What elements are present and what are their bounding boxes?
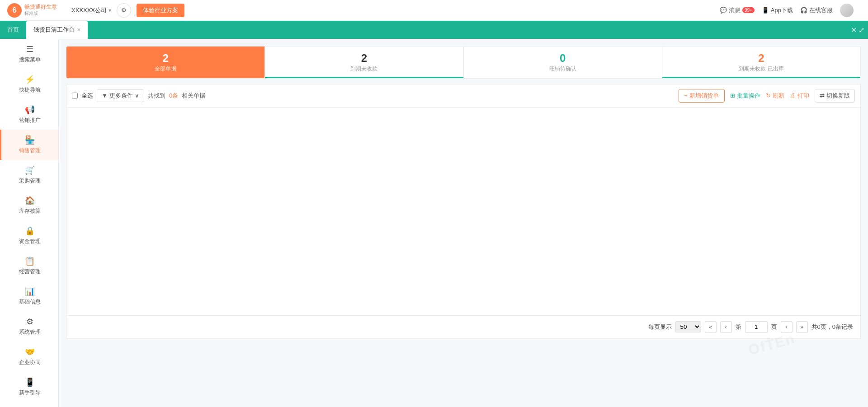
card-count-wangwang: 0 — [473, 52, 653, 65]
sidebar-item-quick-nav[interactable]: ⚡ 快捷导航 — [0, 69, 58, 99]
card-label-all: 全部单据 — [75, 65, 255, 73]
logo-area: 6 畅捷通好生意 标准版 — [7, 3, 66, 18]
per-page-label: 每页显示 — [648, 323, 672, 331]
sidebar-item-operations[interactable]: 📋 经营管理 — [0, 251, 58, 281]
settings-button[interactable]: ⚙ — [117, 3, 131, 18]
sidebar-item-basic-info[interactable]: 📊 基础信息 — [0, 281, 58, 311]
first-page-button[interactable]: « — [705, 321, 717, 333]
gear-icon: ⚙ — [121, 7, 127, 14]
select-all-checkbox[interactable] — [72, 93, 78, 98]
home-tab-label: 首页 — [7, 26, 19, 34]
enterprise-icon: 🤝 — [25, 347, 35, 357]
found-suffix: 相关单据 — [182, 92, 205, 100]
sidebar-item-purchase[interactable]: 🛒 采购管理 — [0, 160, 58, 190]
company-name: XXXXXX公司 — [71, 6, 107, 14]
status-card-overdue-out[interactable]: 2 到期未收款 已出库 — [662, 47, 860, 78]
page-suffix: 页 — [771, 323, 777, 331]
sidebar-item-marketing[interactable]: 📢 营销推广 — [0, 99, 58, 130]
print-button[interactable]: 🖨 打印 — [790, 92, 809, 100]
toolbar-left: 全选 ▼ 更多条件 ∨ 共找到 0条 相关单据 — [72, 89, 675, 102]
sidebar-label-sales: 销售管理 — [19, 147, 41, 154]
filter-label: 更多条件 — [109, 92, 133, 100]
batch-operation-button[interactable]: ⊞ 批量操作 — [730, 92, 760, 100]
sidebar-item-system[interactable]: ⚙ 系统管理 — [0, 311, 58, 342]
logo-text-group: 畅捷通好生意 标准版 — [24, 4, 57, 17]
sidebar-item-finance[interactable]: 🔒 资金管理 — [0, 220, 58, 251]
pagination: 每页显示 50 20 100 « ‹ 第 页 › » 共0页，0条记录 — [66, 315, 860, 338]
sidebar-label-purchase: 采购管理 — [19, 177, 41, 185]
switch-icon: ⇄ — [820, 92, 825, 99]
page-number-input[interactable] — [745, 321, 768, 333]
status-card-overdue[interactable]: 2 到期未收款 — [265, 47, 463, 78]
card-count-overdue-out: 2 — [671, 52, 851, 65]
sidebar-item-sales[interactable]: 🏪 销售管理 — [0, 130, 58, 160]
finance-icon: 🔒 — [25, 226, 35, 236]
logo-icon: 6 — [7, 3, 22, 18]
nav-tabs-bar: 首页 钱货日清工作台 × ✕ ⤢ — [0, 21, 868, 39]
close-tab-icon[interactable]: × — [77, 27, 80, 33]
logo-title: 畅捷通好生意 — [24, 4, 57, 11]
operations-icon: 📋 — [25, 256, 35, 266]
daily-tab-label: 钱货日清工作台 — [33, 26, 75, 34]
nav-tab-home[interactable]: 首页 — [0, 21, 26, 39]
message-icon: 💬 — [720, 7, 727, 14]
refresh-icon: ↻ — [766, 92, 771, 99]
switch-version-button[interactable]: ⇄ 切换新版 — [815, 89, 855, 103]
status-card-wangwang[interactable]: 0 旺辅待确认 — [464, 47, 662, 78]
online-service-action[interactable]: 🎧 在线客服 — [800, 6, 833, 14]
print-label: 打印 — [797, 92, 809, 100]
page-summary: 共0页，0条记录 — [811, 323, 853, 331]
next-page-button[interactable]: › — [781, 321, 793, 333]
header-left: 6 畅捷通好生意 标准版 XXXXXX公司 ▾ ⚙ 体验行业方案 — [7, 3, 184, 18]
company-selector[interactable]: XXXXXX公司 ▾ — [71, 6, 111, 14]
table-area: 全选 ▼ 更多条件 ∨ 共找到 0条 相关单据 + 新增销货单 ⊞ 批量操作 — [66, 84, 861, 339]
status-card-all[interactable]: 2 全部单据 — [66, 47, 265, 78]
switch-label: 切换新版 — [826, 92, 850, 100]
quick-nav-icon: ⚡ — [25, 75, 35, 84]
select-all-label: 全选 — [81, 92, 93, 100]
table-body — [66, 108, 860, 315]
system-icon: ⚙ — [26, 317, 33, 327]
filter-button[interactable]: ▼ 更多条件 ∨ — [97, 89, 144, 102]
batch-icon: ⊞ — [730, 92, 735, 99]
new-sales-order-button[interactable]: + 新增销货单 — [679, 89, 725, 103]
purchase-icon: 🛒 — [25, 165, 35, 175]
experience-button[interactable]: 体验行业方案 — [137, 4, 184, 17]
sidebar-item-inventory[interactable]: 🏠 库存核算 — [0, 190, 58, 220]
toolbar: 全选 ▼ 更多条件 ∨ 共找到 0条 相关单据 + 新增销货单 ⊞ 批量操作 — [66, 84, 860, 108]
expand-window-button[interactable]: ⤢ — [859, 26, 864, 34]
message-action[interactable]: 💬 消息 99+ — [720, 6, 755, 14]
last-page-button[interactable]: » — [796, 321, 808, 333]
page-label: 第 — [736, 323, 741, 331]
main-layout: ☰ 搜索菜单 ⚡ 快捷导航 📢 营销推广 🏪 销售管理 🛒 采购管理 🏠 库存核… — [0, 39, 868, 407]
per-page-select[interactable]: 50 20 100 — [675, 321, 701, 332]
app-download-action[interactable]: 📱 App下载 — [762, 6, 793, 14]
prev-page-button[interactable]: ‹ — [720, 321, 732, 333]
marketing-icon: 📢 — [25, 105, 35, 115]
sidebar-item-beginner[interactable]: 📱 新手引导 — [0, 372, 58, 402]
refresh-button[interactable]: ↻ 刷新 — [766, 92, 784, 100]
sidebar-item-enterprise[interactable]: 🤝 企业协同 — [0, 342, 58, 372]
print-icon: 🖨 — [790, 92, 796, 99]
headset-icon: 🎧 — [800, 7, 807, 14]
sidebar-label-quick: 快捷导航 — [19, 86, 41, 94]
header-right: 💬 消息 99+ 📱 App下载 🎧 在线客服 — [720, 4, 861, 17]
filter-icon: ▼ — [102, 92, 108, 99]
overdue-out-indicator — [662, 77, 860, 78]
message-badge: 99+ — [742, 7, 755, 13]
logo-badge: 标准版 — [24, 10, 57, 17]
online-service-label: 在线客服 — [809, 6, 833, 14]
batch-label: 批量操作 — [737, 92, 760, 100]
nav-tab-daily[interactable]: 钱货日清工作台 × — [26, 21, 88, 39]
sidebar-item-search-menu[interactable]: ☰ 搜索菜单 — [0, 39, 58, 69]
sidebar-label-beginner: 新手引导 — [19, 389, 41, 397]
phone-icon: 📱 — [762, 7, 769, 14]
sidebar-item-app-center[interactable]: 🛍 应用中心 — [0, 402, 58, 407]
avatar[interactable] — [840, 4, 854, 17]
close-window-button[interactable]: ✕ — [851, 26, 857, 34]
filter-chevron-icon: ∨ — [135, 92, 139, 99]
card-label-wangwang: 旺辅待确认 — [473, 65, 653, 73]
found-count: 0条 — [169, 92, 178, 100]
sidebar-label-inventory: 库存核算 — [19, 207, 41, 215]
sales-icon: 🏪 — [25, 135, 35, 145]
